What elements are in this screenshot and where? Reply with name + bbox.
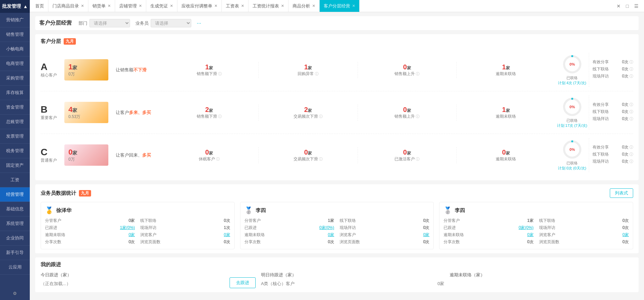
tab-label-product-analysis: 商品分析 <box>293 3 310 9</box>
tab-actions: ✕ □ ☰ <box>613 3 643 9</box>
info-icon: ⓘ <box>416 114 420 119</box>
tab-label-store-products: 门店商品目录 <box>52 3 79 9</box>
sidebar-top[interactable]: 批发管理 ▲ <box>0 0 30 13</box>
svg-text:0%: 0% <box>570 147 575 152</box>
staff-select[interactable]: 请选择 <box>151 19 191 27</box>
sidebar-item-xiaodian[interactable]: 小畅电商 <box>0 42 30 56</box>
info-icon: ⓘ <box>629 102 633 107</box>
tomorrow-follow-label: 明日待跟进（家） <box>261 272 445 278</box>
sidebar-item-fapiao[interactable]: 发票管理 <box>0 129 30 144</box>
staff-label: 业务员 <box>135 20 149 26</box>
info-icon: ⓘ <box>216 157 220 162</box>
sidebar-item-shuiwu[interactable]: 税务管理 <box>0 144 30 158</box>
sidebar-item-jingying[interactable]: 经营管理 <box>0 187 30 202</box>
staff-card-1: 🥈 李四 分管客户 1家 线下联络 0次 已跟进 0家(0%) 现场拜访 0次 … <box>240 202 434 249</box>
tier-stat: 1家 逾期未联络 <box>457 62 555 78</box>
tab-payroll-report[interactable]: 工资统计报表✕ <box>249 0 288 12</box>
tab-label-payroll: 工资表 <box>226 3 239 9</box>
sidebar-item-zhangzhang[interactable]: 总账管理 <box>0 115 30 129</box>
side-stats-B: 有效分享 0次 ⓘ 线下联络 0次 ⓘ 现场拜访 0次 ⓘ <box>589 102 633 123</box>
sidebar-item-dianshang[interactable]: 电商管理 <box>0 56 30 71</box>
info-icon: ⓘ <box>629 117 633 121</box>
tab-menu-icon[interactable]: ☰ <box>633 3 640 9</box>
tab-next-icon[interactable]: □ <box>625 3 630 9</box>
tier-label-C: C 普通客户 <box>41 147 64 163</box>
staff-stat-row: 线下联络 0次 <box>539 218 629 224</box>
sidebar-item-gongzi[interactable]: 工资 <box>0 173 30 187</box>
sidebar-item-kucun[interactable]: 库存核算 <box>0 86 30 100</box>
tab-product-analysis[interactable]: 商品分析✕ <box>288 0 320 12</box>
sidebar-item-xitong[interactable]: 系统管理 <box>0 216 30 231</box>
staff-stats-grid: 分管客户 1家 线下联络 0次 已跟进 0家(0%) 现场拜访 0次 逾期未联络… <box>244 218 430 245</box>
tab-close-voucher[interactable]: ✕ <box>170 4 173 8</box>
sidebar-item-qiye[interactable]: 企业协同 <box>0 231 30 246</box>
sidebar-item-xinshou[interactable]: 新手引导 <box>0 246 30 260</box>
tab-store-mgmt[interactable]: 店铺管理✕ <box>115 0 146 12</box>
info-icon: ⓘ <box>315 71 319 76</box>
today-follow-label: 今日跟进（家） <box>41 272 224 278</box>
tab-close-receivable[interactable]: ✕ <box>214 4 217 8</box>
sidebar-item-zijin[interactable]: 资金管理 <box>0 100 30 115</box>
circle-block-C: 0% 已联络 计划 0次 (0天/次) <box>555 138 589 172</box>
tab-sales-order[interactable]: 销货单✕ <box>88 0 115 12</box>
medal-icon: 🥈 <box>244 206 253 214</box>
tab-close-customer-tier[interactable]: ✕ <box>352 4 355 8</box>
customer-tier-section: 客户分层 九月 A 核心客户 1家 0万 让销售额不下滑 1家 销售额下滑 ⓘ … <box>35 34 639 180</box>
staff-stat-row: 浏览客户 0家 <box>539 232 629 238</box>
staff-name: 徐泽华 <box>56 207 71 214</box>
go-follow-btn-col: 去跟进 <box>230 272 256 288</box>
tier-stat: 0家 交易频次下滑 ⓘ <box>259 147 358 163</box>
sidebar-item-yun[interactable]: 云应用 <box>0 260 30 275</box>
tab-label-sales-order: 销货单 <box>92 3 106 9</box>
svg-text:0%: 0% <box>570 62 575 66</box>
overdue-col: 逾期未联络（家） <box>450 272 633 281</box>
staff-card-0: 🥇 徐泽华 分管客户 0家 线下联络 0次 已跟进 1家(0%) 现场拜访 1次… <box>41 202 235 249</box>
staff-name-row: 🥈 李四 <box>244 206 430 214</box>
tab-close-payroll[interactable]: ✕ <box>241 4 244 8</box>
settings-icon[interactable]: ⚙ <box>0 287 30 300</box>
tier-stat: 2家 销售额下滑 ⓘ <box>160 105 259 121</box>
side-stat-row: 线下联络 0次 ⓘ <box>593 152 633 157</box>
page-title: 客户分层经营 <box>39 20 72 27</box>
tab-home[interactable]: 首页 <box>31 0 48 12</box>
staff-stat-row: 现场拜访 0次 <box>340 225 429 231</box>
tab-close-store-products[interactable]: ✕ <box>81 4 84 8</box>
tab-close-product-analysis[interactable]: ✕ <box>312 4 315 8</box>
sidebar-collapse-icon[interactable]: ▲ <box>23 4 28 9</box>
sidebar: 批发管理 ▲ 营销推广销售管理小畅电商电商管理采购管理库存核算资金管理总账管理发… <box>0 0 30 300</box>
main-area: 首页门店商品目录✕销货单✕店铺管理✕生成凭证✕应收应付调整单✕工资表✕工资统计报… <box>30 0 644 300</box>
tab-store-products[interactable]: 门店商品目录✕ <box>48 0 88 12</box>
follow-title: 我的跟进 <box>41 261 633 268</box>
tab-payroll[interactable]: 工资表✕ <box>222 0 249 12</box>
staff-stat-row: 浏览客户 0家 <box>340 232 429 238</box>
staff-name-row: 🥈 李四 <box>444 206 629 214</box>
today-follow-col: 今日跟进（家） （正在加载...） <box>41 272 224 287</box>
staff-stat-row: 浏览客户 0家 <box>140 232 230 238</box>
tab-voucher[interactable]: 生成凭证✕ <box>146 0 177 12</box>
tab-label-voucher: 生成凭证 <box>150 3 168 9</box>
tab-customer-tier[interactable]: 客户分层经营✕ <box>320 0 360 12</box>
tab-label-customer-tier: 客户分层经营 <box>324 3 350 9</box>
tier-row-b: B 重要客户 4家 0.53万 让客户多来、多买 2家 销售额下滑 ⓘ 2家 交… <box>41 91 633 134</box>
more-icon[interactable]: ··· <box>197 20 201 26</box>
staff-stat-row: 现场拜访 1次 <box>140 225 230 231</box>
sidebar-item-xiaoshou[interactable]: 销售管理 <box>0 27 30 42</box>
tab-close-store-mgmt[interactable]: ✕ <box>139 4 142 8</box>
staff-stat-row: 分享次数 0次 <box>45 239 135 245</box>
info-icon: ⓘ <box>629 60 633 64</box>
sidebar-item-jichu[interactable]: 基础信息 <box>0 202 30 216</box>
side-stat-row: 有效分享 0次 ⓘ <box>593 59 633 65</box>
tier-count-block-C: 0家 0万 <box>64 144 108 166</box>
info-icon: ⓘ <box>629 159 633 163</box>
tab-prev-icon[interactable]: ✕ <box>615 3 622 9</box>
tab-receivable[interactable]: 应收应付调整单✕ <box>177 0 222 12</box>
tab-close-sales-order[interactable]: ✕ <box>108 4 111 8</box>
list-view-button[interactable]: 列表式 <box>610 188 633 198</box>
dept-select[interactable]: 请选择 <box>89 19 130 27</box>
tier-stat: 2家 交易频次下滑 ⓘ <box>259 105 358 121</box>
go-follow-button[interactable]: 去跟进 <box>230 277 256 288</box>
tab-close-payroll-report[interactable]: ✕ <box>281 4 284 8</box>
sidebar-item-gudingzichan[interactable]: 固定资产 <box>0 158 30 173</box>
sidebar-item-caigou[interactable]: 采购管理 <box>0 71 30 86</box>
sidebar-item-yingxiao[interactable]: 营销推广 <box>0 13 30 27</box>
